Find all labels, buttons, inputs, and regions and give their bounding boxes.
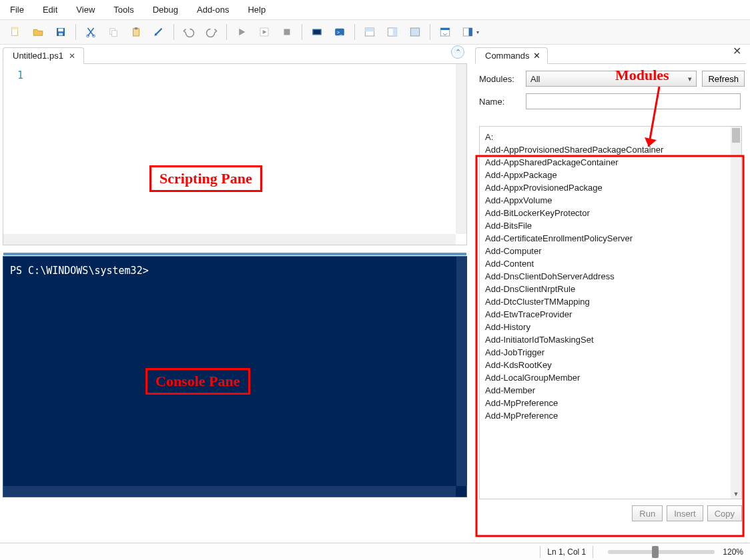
command-item[interactable]: Add-AppProvisionedSharedPackageContainer [482,143,728,156]
commands-actions: Run Insert Copy [479,505,742,521]
menu-debug[interactable]: Debug [149,3,181,17]
command-item[interactable]: Add-AppSharedPackageContainer [482,156,728,169]
command-item[interactable]: Add-History [482,321,728,333]
command-item[interactable]: Add-AppxPackage [482,169,728,181]
status-bar: Ln 1, Col 1 120% [0,543,750,560]
left-column: Untitled1.ps1 ✕ ⌃ 1 PS C:\WINDOWS\system… [3,43,467,536]
close-icon[interactable]: ✕ [67,51,77,61]
command-item[interactable]: Add-MpPreference [482,397,728,409]
command-item[interactable]: A: [482,131,728,143]
command-item[interactable]: Add-DnsClientDohServerAddress [482,270,728,283]
modules-label: Modules: [479,74,520,84]
command-item[interactable]: Add-InitiatorIdToMaskingSet [482,333,728,346]
commands-filters: Modules: All Refresh Name: [475,64,746,119]
svg-rect-23 [440,28,450,30]
name-label: Name: [479,97,520,107]
cursor-position: Ln 1, Col 1 [547,547,586,557]
svg-rect-25 [469,28,472,36]
menu-tools[interactable]: Tools [110,3,137,17]
toolbar-separator [430,24,430,40]
command-item[interactable]: Add-KdsRootKey [482,359,728,371]
line-number: 1 [17,69,23,81]
console-prompt: PS C:\WINDOWS\system32> [10,265,149,277]
modules-dropdown[interactable]: All [526,71,697,87]
insert-button[interactable]: Insert [667,505,703,521]
command-item[interactable]: Add-DtcClusterTMMapping [482,295,728,308]
svg-rect-3 [58,29,63,32]
refresh-button[interactable]: Refresh [702,71,745,87]
menu-view[interactable]: View [73,3,98,17]
script-editor[interactable]: 1 [3,64,467,245]
menu-edit[interactable]: Edit [39,3,61,17]
commands-tab[interactable]: Commands ✕ [475,47,548,64]
zoom-knob[interactable] [652,546,659,558]
editor-gutter: 1 [3,64,30,245]
annotation-scripting-pane: Scripting Pane [149,165,262,192]
copy-button[interactable]: Copy [707,505,742,521]
commands-tab-bar: Commands ✕ ✕ [475,43,746,64]
toolbar-separator [173,24,174,40]
scroll-down-icon[interactable]: ▼ [731,489,741,499]
annotation-console-pane: Console Pane [145,368,250,395]
collapse-script-icon[interactable]: ⌃ [451,45,464,59]
command-item[interactable]: Add-AppxProvisionedPackage [482,181,728,194]
zoom-level: 120% [723,547,743,557]
svg-text:>_: >_ [337,29,343,35]
svg-rect-10 [135,27,138,29]
command-item[interactable]: Add-BitLockerKeyProtector [482,207,728,219]
toolbar-separator [354,24,355,40]
command-item[interactable]: Add-Computer [482,245,728,257]
svg-rect-8 [112,31,117,37]
svg-rect-9 [133,29,139,36]
console-divider[interactable] [3,253,466,255]
zoom-slider[interactable] [608,550,715,554]
editor-body[interactable] [30,64,466,245]
svg-rect-21 [410,28,420,36]
command-item[interactable]: Add-Content [482,257,728,270]
command-item[interactable]: Add-LocalGroupMember [482,371,728,384]
command-item[interactable]: Add-MpPreference [482,409,728,422]
svg-rect-20 [393,28,397,36]
svg-rect-4 [59,33,63,36]
menu-help[interactable]: Help [244,3,269,17]
commands-list-inner[interactable]: A:Add-AppProvisionedSharedPackageContain… [480,127,731,499]
command-item[interactable]: Add-EtwTraceProvider [482,308,728,321]
console-vertical-scrollbar[interactable] [456,257,467,486]
script-tab[interactable]: Untitled1.ps1 ✕ [3,47,84,64]
name-input[interactable] [526,93,741,109]
svg-rect-1 [12,27,18,29]
script-tab-bar: Untitled1.ps1 ✕ ⌃ [3,43,467,64]
toolbar-separator [75,24,76,40]
command-item[interactable]: Add-Member [482,384,728,397]
toolbar-overflow-icon[interactable]: ▾ [476,29,482,35]
command-item[interactable]: Add-AppxVolume [482,194,728,207]
close-pane-icon[interactable]: ✕ [730,44,743,57]
commands-scrollbar[interactable]: ▲ ▼ [731,127,741,499]
close-icon[interactable]: ✕ [533,51,540,61]
svg-rect-18 [365,28,374,31]
console-horizontal-scrollbar[interactable] [3,486,456,497]
toolbar-separator [226,24,227,40]
scroll-thumb[interactable] [732,128,740,143]
editor-horizontal-scrollbar[interactable] [3,234,456,245]
run-button[interactable]: Run [632,505,663,521]
main-area: Untitled1.ps1 ✕ ⌃ 1 PS C:\WINDOWS\system… [0,39,750,560]
menu-file[interactable]: File [7,3,27,17]
commands-list: A:Add-AppProvisionedSharedPackageContain… [479,126,742,499]
toolbar-separator [302,24,302,40]
menu-add-ons[interactable]: Add-ons [194,3,232,17]
commands-tab-title: Commands [485,51,529,61]
svg-rect-12 [284,29,290,35]
menu-bar: FileEditViewToolsDebugAdd-onsHelp [0,0,750,20]
command-item[interactable]: Add-DnsClientNrptRule [482,283,728,295]
editor-vertical-scrollbar[interactable] [456,64,466,234]
svg-rect-14 [314,30,321,34]
command-item[interactable]: Add-JobTrigger [482,346,728,359]
command-item[interactable]: Add-CertificateEnrollmentPolicyServer [482,232,728,245]
commands-panel: Commands ✕ ✕ Modules: All Refresh Name: … [475,43,746,536]
annotation-modules: Modules [615,67,669,84]
script-tab-title: Untitled1.ps1 [13,51,63,61]
command-item[interactable]: Add-BitsFile [482,219,728,232]
